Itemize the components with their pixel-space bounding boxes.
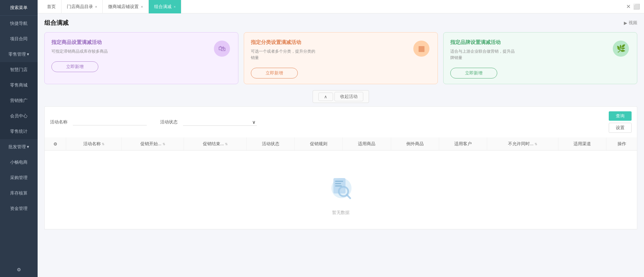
query-button[interactable]: 查询 (609, 111, 632, 121)
sidebar-settings-btn[interactable]: ⚙ (0, 262, 38, 277)
page-content: 组合满减 ▶ 视频 指定商品设置满减活动 可指定滞销商品或库存较多商品 立即新增… (38, 13, 644, 277)
tab-combo-discount[interactable]: 组合满减× (149, 0, 181, 13)
data-table: ⚙活动名称 ⇅促销开始... ⇅促销结束... ⇅活动状态促销规则适用商品例外商… (45, 137, 637, 151)
page-header: 组合满减 ▶ 视频 (44, 19, 637, 27)
video-link[interactable]: ▶ 视频 (624, 20, 637, 26)
sidebar-item-purchase-mgmt[interactable]: 采购管理 (0, 170, 38, 185)
sidebar-item-member-center[interactable]: 会员中心 (0, 108, 38, 124)
sidebar-search[interactable]: 搜索菜单 (0, 0, 38, 16)
sidebar-item-retail-mgmt[interactable]: 零售管理 ▾ (0, 47, 38, 62)
table-col-applicable_customer: 适用客户 (439, 137, 487, 151)
card-desc-product-card: 可指定滞销商品或库存较多商品 (51, 48, 119, 55)
svg-rect-3 (335, 183, 341, 184)
table-col-applicable_channel: 适用渠道 (558, 137, 606, 151)
promo-card-product-card: 指定商品设置满减活动 可指定滞销商品或库存较多商品 立即新增 🛍 (44, 32, 238, 84)
sidebar-item-marketing[interactable]: 营销推广 (0, 93, 38, 108)
collapse-bar[interactable]: ∧ 收起活动 (44, 88, 637, 106)
card-desc-category-card: 可选一个或者多个分类，提升分类的销量 (251, 48, 318, 61)
svg-point-7 (341, 189, 344, 191)
maximize-window-icon[interactable]: ⬜ (633, 3, 640, 10)
card-icon-category-card: ▦ (413, 41, 429, 57)
sidebar-item-wholesale-mgmt[interactable]: 批发管理 ▾ (0, 139, 38, 155)
svg-rect-2 (335, 181, 343, 182)
sidebar-item-quick-nav[interactable]: 快捷导航 (0, 16, 38, 31)
chevron-up-icon: ∧ (318, 93, 333, 101)
main-area: 首页门店商品目录×微商城店铺设置×组合满减× ✕ ⬜ 组合满减 ▶ 视频 指定商… (38, 0, 644, 277)
window-controls: ✕ ⬜ (626, 3, 640, 10)
tab-close-icon-wechat-store[interactable]: × (141, 5, 143, 9)
card-btn-brand-card[interactable]: 立即新增 (450, 68, 497, 78)
chevron-down-icon: ∨ (252, 119, 256, 125)
promo-card-category-card: 指定分类设置满减活动 可选一个或者多个分类，提升分类的销量 立即新增 ▦ (244, 32, 438, 84)
filter-name-input[interactable] (73, 119, 147, 125)
filter-name-label: 活动名称 (50, 119, 67, 125)
card-btn-product-card[interactable]: 立即新增 (51, 61, 98, 72)
card-title-category-card: 指定分类设置满减活动 (251, 39, 431, 46)
table-col-settings: ⚙ (45, 137, 66, 151)
sidebar-item-retail-stats[interactable]: 零售统计 (0, 124, 38, 139)
table-col-not_allow_same[interactable]: 不允许同时... ⇅ (487, 137, 558, 151)
tab-close-icon-combo-discount[interactable]: × (174, 5, 176, 9)
tab-home[interactable]: 首页 (42, 0, 61, 13)
table-col-rule: 促销规则 (294, 137, 342, 151)
card-btn-category-card[interactable]: 立即新增 (251, 68, 298, 78)
card-title-brand-card: 指定品牌设置满减活动 (450, 39, 630, 46)
empty-icon (324, 171, 358, 204)
tab-store-catalog[interactable]: 门店商品目录× (61, 0, 103, 13)
settings-button[interactable]: 设置 (609, 123, 632, 133)
card-icon-product-card: 🛍 (214, 41, 230, 57)
sidebar-item-finance-mgmt[interactable]: 资金管理 (0, 201, 38, 216)
table-col-exception_goods: 例外商品 (391, 137, 439, 151)
card-title-product-card: 指定商品设置满减活动 (51, 39, 231, 46)
promo-cards-row: 指定商品设置满减活动 可指定滞销商品或库存较多商品 立即新增 🛍 指定分类设置满… (44, 32, 637, 84)
promo-card-brand-card: 指定品牌设置满减活动 适合与上游企业联合做营销，提升品牌销量 立即新增 🌿 (443, 32, 637, 84)
page-title: 组合满减 (44, 19, 68, 27)
data-table-wrap: ⚙活动名称 ⇅促销开始... ⇅促销结束... ⇅活动状态促销规则适用商品例外商… (44, 137, 637, 229)
card-icon-brand-card: 🌿 (613, 41, 629, 57)
table-col-name[interactable]: 活动名称 ⇅ (66, 137, 122, 151)
collapse-label: 收起活动 (334, 92, 363, 101)
play-icon: ▶ (624, 20, 627, 25)
svg-rect-4 (335, 185, 342, 186)
table-col-status: 活动状态 (246, 137, 294, 151)
sidebar-item-inventory[interactable]: 库存核算 (0, 185, 38, 201)
filter-status-select[interactable]: ∨ (183, 119, 257, 126)
table-col-end[interactable]: 促销结束... ⇅ (184, 137, 246, 151)
filter-row: 活动名称 活动状态 ∨ 查询 设置 (44, 106, 637, 137)
sidebar-item-retail-mall[interactable]: 零售商城 (0, 77, 38, 93)
empty-state: 暂无数据 (45, 151, 637, 229)
sidebar-item-xiaochang-ec[interactable]: 小畅电商 (0, 155, 38, 170)
sidebar-item-smart-store[interactable]: 智慧门店 (0, 62, 38, 77)
table-col-action: 操作 (606, 137, 637, 151)
filter-actions: 查询 设置 (609, 111, 632, 133)
filter-status-label: 活动状态 (160, 119, 178, 125)
table-col-applicable_goods: 适用商品 (343, 137, 391, 151)
svg-line-6 (347, 195, 350, 198)
card-desc-brand-card: 适合与上游企业联合做营销，提升品牌销量 (450, 48, 517, 61)
close-window-icon[interactable]: ✕ (626, 3, 631, 10)
tab-close-icon-store-catalog[interactable]: × (95, 5, 97, 9)
tab-wechat-store[interactable]: 微商城店铺设置× (103, 0, 148, 13)
tab-bar: 首页门店商品目录×微商城店铺设置×组合满减× ✕ ⬜ (38, 0, 644, 13)
table-col-start[interactable]: 促销开始... ⇅ (122, 137, 184, 151)
empty-text: 暂无数据 (45, 210, 637, 216)
sidebar-item-project-contract[interactable]: 项目合同 (0, 31, 38, 47)
sidebar: 搜索菜单 快捷导航项目合同零售管理 ▾智慧门店零售商城营销推广会员中心零售统计批… (0, 0, 38, 277)
